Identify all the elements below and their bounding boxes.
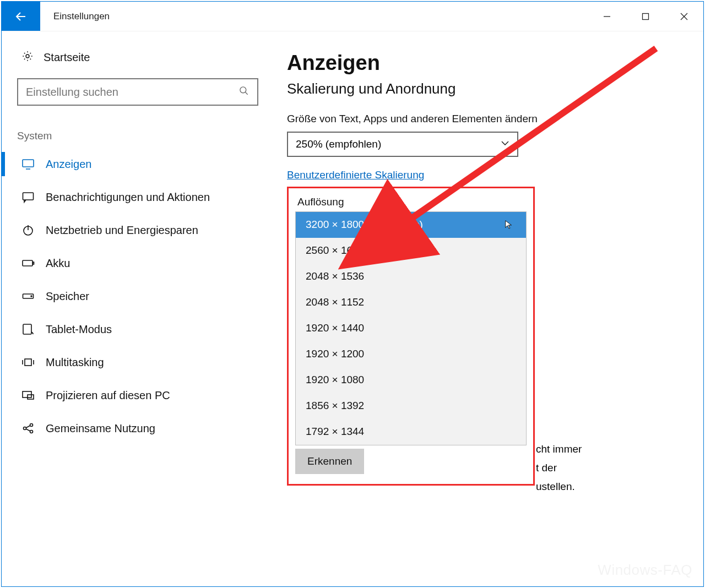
- svg-point-25: [30, 431, 33, 433]
- resolution-label: Auflösung: [295, 196, 527, 211]
- scale-combobox[interactable]: 250% (empfohlen): [287, 132, 518, 157]
- resolution-option[interactable]: 2048 × 1536: [296, 264, 526, 290]
- sidebar-item-label: Projizieren auf diesen PC: [46, 389, 170, 402]
- resolution-highlight: Auflösung 3200 × 1800 (empfohlen) 2560 ×…: [287, 187, 535, 486]
- obscured-text-line: ustellen.: [536, 481, 575, 493]
- sidebar-home[interactable]: Startseite: [2, 46, 272, 69]
- resolution-option[interactable]: 1792 × 1344: [296, 419, 526, 445]
- resolution-option[interactable]: 2048 × 1152: [296, 290, 526, 315]
- sidebar-item-share[interactable]: Gemeinsame Nutzung: [2, 412, 272, 445]
- titlebar: Einstellungen: [2, 2, 703, 31]
- sidebar-item-label: Netzbetrieb und Energiesparen: [46, 224, 198, 237]
- settings-window: Einstellungen Startseite: [1, 1, 704, 587]
- search-input[interactable]: [26, 86, 216, 99]
- svg-line-7: [246, 92, 248, 95]
- resolution-option-label: 3200 × 1800 (empfohlen): [306, 219, 423, 230]
- resolution-option-label: 1920 × 1440: [306, 322, 364, 334]
- resolution-option[interactable]: 3200 × 1800 (empfohlen): [296, 212, 526, 238]
- svg-point-23: [24, 427, 26, 430]
- resolution-option-label: 1856 × 1392: [306, 400, 364, 411]
- content-area: Anzeigen Skalierung und Anordnung Größe …: [272, 31, 703, 586]
- search-icon: [238, 85, 250, 99]
- sidebar-item-storage[interactable]: Speicher: [2, 280, 272, 313]
- svg-rect-17: [23, 324, 31, 334]
- resolution-option-label: 1920 × 1200: [306, 348, 364, 360]
- cursor-icon: [504, 220, 514, 230]
- resolution-option-label: 1792 × 1344: [306, 426, 364, 437]
- sidebar-item-display[interactable]: Anzeigen: [2, 148, 272, 181]
- sidebar-item-label: Anzeigen: [46, 158, 91, 171]
- monitor-icon: [21, 157, 35, 171]
- sidebar-item-label: Benachrichtigungen und Aktionen: [46, 191, 210, 204]
- detect-button[interactable]: Erkennen: [295, 449, 364, 474]
- sidebar-home-label: Startseite: [44, 51, 90, 64]
- maximize-button[interactable]: [626, 2, 665, 31]
- battery-icon: [21, 257, 35, 270]
- sidebar-item-notifications[interactable]: Benachrichtigungen und Aktionen: [2, 181, 272, 214]
- svg-rect-14: [33, 262, 34, 264]
- svg-line-26: [26, 426, 30, 428]
- sidebar-item-tablet[interactable]: Tablet-Modus: [2, 313, 272, 346]
- resolution-option[interactable]: 2560 × 1600: [296, 238, 526, 264]
- sidebar-item-label: Gemeinsame Nutzung: [46, 422, 155, 435]
- resolution-option-label: 2048 × 1536: [306, 270, 364, 282]
- window-controls: [588, 2, 703, 31]
- svg-rect-10: [23, 193, 34, 200]
- scale-value: 250% (empfohlen): [296, 138, 381, 150]
- sidebar-item-label: Multitasking: [46, 356, 104, 369]
- project-icon: [21, 389, 35, 402]
- custom-scaling-link[interactable]: Benutzerdefinierte Skalierung: [287, 169, 424, 181]
- sidebar-item-multitasking[interactable]: Multitasking: [2, 346, 272, 379]
- back-button[interactable]: [2, 2, 40, 31]
- drive-icon: [21, 290, 35, 303]
- sidebar-item-battery[interactable]: Akku: [2, 247, 272, 280]
- resolution-option[interactable]: 1920 × 1440: [296, 315, 526, 341]
- body: Startseite System: [2, 31, 703, 586]
- power-icon: [21, 224, 35, 237]
- svg-rect-13: [23, 260, 32, 266]
- section-title: Skalierung und Anordnung: [287, 80, 681, 97]
- sidebar-item-power[interactable]: Netzbetrieb und Energiesparen: [2, 214, 272, 247]
- sidebar-item-label: Akku: [46, 257, 70, 270]
- window-title: Einstellungen: [40, 2, 588, 31]
- resolution-option[interactable]: 1920 × 1200: [296, 341, 526, 367]
- share-icon: [21, 422, 35, 435]
- svg-rect-8: [23, 160, 34, 167]
- sidebar-nav: Anzeigen Benachrichtigungen und Aktionen: [2, 148, 272, 445]
- multitask-icon: [21, 356, 35, 369]
- search-wrap: [2, 69, 272, 106]
- gear-icon: [21, 50, 34, 65]
- minimize-button[interactable]: [588, 2, 626, 31]
- resolution-option[interactable]: 1920 × 1080: [296, 367, 526, 393]
- resolution-dropdown[interactable]: 3200 × 1800 (empfohlen) 2560 × 1600 2048…: [295, 211, 527, 445]
- message-icon: [21, 190, 35, 204]
- chevron-down-icon: [501, 138, 509, 150]
- resolution-option-label: 2048 × 1152: [306, 296, 364, 308]
- sidebar: Startseite System: [2, 31, 272, 586]
- obscured-text-line: t der: [536, 462, 557, 474]
- close-button[interactable]: [665, 2, 703, 31]
- resolution-option[interactable]: 1856 × 1392: [296, 393, 526, 419]
- watermark: Windows-FAQ: [598, 562, 692, 579]
- svg-rect-2: [643, 13, 649, 19]
- tablet-icon: [21, 323, 35, 336]
- svg-point-5: [26, 55, 29, 58]
- sidebar-item-label: Speicher: [46, 290, 89, 303]
- resolution-option-label: 1920 × 1080: [306, 374, 364, 385]
- page-title: Anzeigen: [287, 51, 681, 75]
- svg-rect-22: [28, 395, 34, 399]
- resolution-option-label: 2560 × 1600: [306, 244, 364, 256]
- sidebar-group-label: System: [2, 106, 272, 148]
- search-box[interactable]: [17, 78, 258, 106]
- sidebar-item-label: Tablet-Modus: [46, 323, 112, 336]
- svg-point-16: [31, 296, 32, 297]
- obscured-text-line: cht immer: [536, 443, 582, 455]
- sidebar-item-project[interactable]: Projizieren auf diesen PC: [2, 379, 272, 412]
- scale-label: Größe von Text, Apps und anderen Element…: [287, 113, 681, 125]
- svg-point-6: [240, 87, 246, 93]
- svg-line-27: [26, 429, 30, 431]
- svg-rect-18: [25, 359, 31, 366]
- svg-point-24: [30, 424, 33, 427]
